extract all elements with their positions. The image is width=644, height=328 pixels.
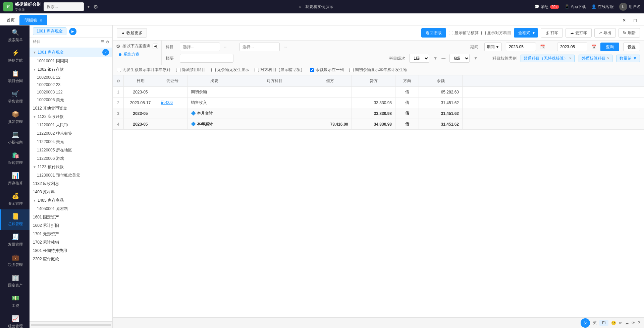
refresh-btn[interactable]: ↻ 刷新 [619,28,640,38]
cb-initial-balance[interactable]: 期初余额显示本年累计发生额 [349,67,407,73]
lang-btn[interactable]: 英 [593,320,597,326]
tree-item-1123[interactable]: ▼ 1123 预付账款 [30,163,112,171]
app-download-btn[interactable]: 📱 App下载 [565,4,586,10]
tree-item-14050001[interactable]: 14050001 原材料 [30,205,112,213]
cb-opposite-subject-input[interactable] [255,68,259,72]
sync-icon[interactable]: ⟳ [632,321,635,325]
filter-collapse-icon[interactable]: ◀ [153,44,158,49]
show-opposite-input[interactable] [481,31,486,35]
filter-settings-btn[interactable]: 设置 [623,43,640,51]
filter-settings-icon[interactable]: ⚙ [116,44,120,49]
tree-item-1122[interactable]: ▼ 1122 应收账款 [30,113,112,121]
summary-input[interactable] [180,54,233,63]
sidebar-item-quicknav[interactable]: ⚡ 快捷导航 [0,46,30,66]
tree-item-1002[interactable]: ▼ 1002 银行存款 [30,65,112,74]
cb-hide-disabled[interactable]: 隐藏禁用科目 [176,67,206,73]
tree-filter-icon[interactable]: ⊘ [106,40,109,44]
sidebar-item-finance[interactable]: 💰 资金管理 [0,189,30,209]
user-avatar[interactable]: U 用户名 [619,3,641,11]
home-tab[interactable]: 首页 [3,16,18,24]
tree-item-11220001[interactable]: 11220001 人民币 [30,121,112,129]
ellipsis-icon-2[interactable]: ··· [284,45,287,49]
tree-list-view-icon[interactable]: ☰ [101,40,104,44]
tree-item-10020001[interactable]: 10020001 12 [30,74,112,81]
cb-no-balance-input[interactable] [211,68,216,72]
tree-item-1403[interactable]: 1403 原材料 [30,188,112,196]
tree-item-1701[interactable]: 1701 无形资产 [30,230,112,238]
cb-opposite-subject[interactable]: 对方科目（显示辅助项） [255,67,305,73]
export-btn[interactable]: ↗ 导出 [594,28,616,38]
tree-item-11220006[interactable]: 11220006 游戏 [30,154,112,163]
sidebar-item-invoice[interactable]: 🧾 发票管理 [0,230,30,250]
demo-text[interactable]: 我要看实例演示 [305,4,333,10]
tree-item-11220005[interactable]: 11220005 所在地区 [30,146,112,154]
show-assist-checkbox[interactable]: 显示辅助核算 [449,30,479,36]
voucher-link[interactable]: 记-006 [161,100,173,105]
tree-item-1602[interactable]: 1602 累计折旧 [30,221,112,230]
sidebar-item-inventory[interactable]: 📊 库存核算 [0,169,30,189]
tree-item-11230001[interactable]: 11230001 预付账款美元 [30,171,112,180]
tag-normal-close[interactable]: × [569,56,572,61]
sidebar-item-ecommerce[interactable]: 💻 小畅电商 [0,128,30,148]
date-picker-icon-2[interactable]: 📅 [591,45,596,49]
period-start-input[interactable] [506,43,536,51]
sidebar-item-wholesale[interactable]: 📦 批发管理 [0,107,30,128]
subject-end-input[interactable] [239,43,280,51]
help-icon[interactable]: ? [638,321,640,325]
account-nav-arrow[interactable]: ▶ [69,28,76,35]
sidebar-item-search[interactable]: 🔍 搜索菜单 [0,25,30,46]
level-end-select[interactable]: 6级5级 [449,54,470,63]
tab-close-btn[interactable]: × [40,18,42,23]
cloud-print-btn[interactable]: ☁ 云打印 [566,28,592,38]
tree-item-10020006[interactable]: 10020006 美元 [30,96,112,104]
cb-initial-balance-input[interactable] [349,68,354,72]
sidebar-item-retail[interactable]: 🛒 零售管理 [0,87,30,107]
sidebar-item-purchase[interactable]: 🛍️ 采购管理 [0,148,30,169]
date-picker-icon-1[interactable]: 📅 [540,45,545,49]
cb-balance-one-col-input[interactable] [310,68,314,72]
edit-icon[interactable]: ✏ [619,321,622,325]
top-search-input[interactable] [44,2,84,11]
online-service-btn[interactable]: 👤 在线客服 [591,4,614,10]
cb-balance-one-col[interactable]: 余额显示在一列 [310,67,344,73]
sidebar-item-ledger[interactable]: 📒 总账管理 [0,209,30,230]
format-btn[interactable]: 金额式 ▼ [514,28,538,38]
cb-no-amount[interactable]: 无发生额显示本月本年累计 [117,67,171,73]
feedback-btn[interactable]: 反 [581,318,590,328]
message-btn[interactable]: 💬 消息 99+ [534,4,559,10]
system-scheme-btn[interactable]: 系统方案 [119,52,158,57]
col-settings[interactable]: ⚙ [113,75,124,87]
cb-no-balance[interactable]: 无余额无发生显示 [211,67,249,73]
window-close-btn[interactable]: × [619,16,630,25]
tree-item-1012[interactable]: 1012 其他货币资金 [30,104,112,113]
subject-input[interactable] [180,43,220,51]
return-old-version-btn[interactable]: 返回旧版 [421,28,446,38]
ellipsis-icon-1[interactable]: ··· [224,45,227,49]
emoji-icon[interactable]: 🙂 [611,321,616,325]
level-start-select[interactable]: 1级2级3级 [409,54,429,63]
query-btn[interactable]: 查询 [600,43,619,51]
tree-item-1001[interactable]: ▼ 1001 库存现金 ✓ [30,48,112,57]
window-maximize-btn[interactable]: □ [630,16,641,25]
quantity-dropdown[interactable]: ▼ [633,56,637,61]
tag-foreign-close[interactable]: × [607,56,609,61]
detail-tab[interactable]: 明细账 × [19,15,47,25]
tree-item-1132[interactable]: 1132 应收利息 [30,180,112,188]
sidebar-item-project[interactable]: 📋 项目合同 [0,66,30,87]
tree-item-2202[interactable]: 2202 应付账款 [30,255,112,263]
tree-item-1601[interactable]: 1601 固定资产 [30,213,112,221]
cloud-icon[interactable]: ☁ [625,321,629,325]
cb-hide-disabled-input[interactable] [176,68,180,72]
tree-scroll-bar[interactable] [30,321,112,328]
cb-no-amount-input[interactable] [117,68,121,72]
period-end-input[interactable] [557,43,587,51]
sidebar-item-assets[interactable]: 🏢 固定资产 [0,271,30,291]
tree-item-11220002[interactable]: 11220002 往来标签 [30,129,112,138]
show-assist-input[interactable] [449,31,453,35]
settings-icon[interactable]: ⚙ [93,4,98,10]
print-btn[interactable]: 🖨 打印 [541,28,563,38]
period-type-dropdown[interactable]: 期间▼ [484,43,502,51]
expand-more-btn[interactable]: ▲ 收起更多 [117,28,147,38]
tree-item-1405[interactable]: ▼ 1405 库存商品 [30,196,112,205]
eat-btn[interactable]: Et [599,320,608,326]
